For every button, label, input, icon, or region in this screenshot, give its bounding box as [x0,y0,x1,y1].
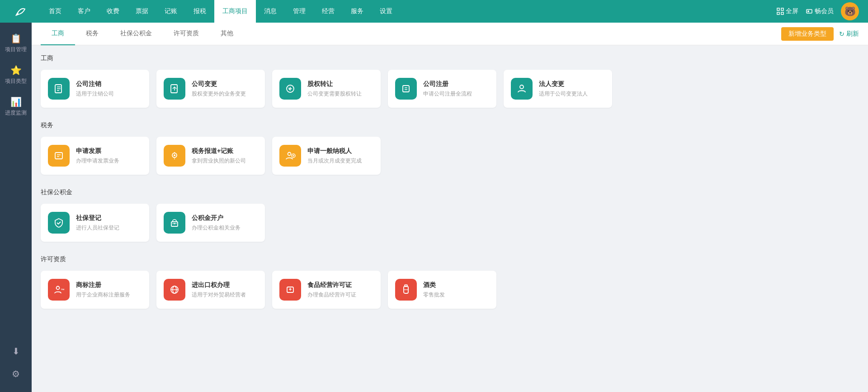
member-button[interactable]: 畅会员 [806,7,834,15]
nav-message[interactable]: 消息 [256,0,285,23]
card-company-cancel[interactable]: 公司注销 适用于注销公司 [41,70,149,108]
card-import-export[interactable]: 进出口权办理 适用于对外贸易经营者 [156,271,265,309]
card-info-apply-invoice: 申请发票 办理申请发票业务 [76,147,119,165]
tab-shebao[interactable]: 社保公积金 [109,23,163,45]
sidebar-settings-icon[interactable]: ⚙ [7,365,25,383]
card-icon-equity-transfer: ¥ [279,78,301,100]
tab-gongshang[interactable]: 工商 [41,23,75,45]
card-title-company-cancel: 公司注销 [76,80,114,88]
card-tax-accounting[interactable]: 税务报道+记账 拿到营业执照的新公司 [156,137,265,175]
svg-rect-42 [405,285,407,287]
mascot-icon: 🐻 [841,2,859,20]
nav-invoice[interactable]: 票据 [127,0,156,23]
nav-customer[interactable]: 客户 [70,0,99,23]
card-liquor[interactable]: 酒类 零售批发 [388,271,496,309]
nav-tax[interactable]: 报税 [185,0,214,23]
sidebar-label-project-manage: 项目管理 [5,46,27,53]
card-food-permit[interactable]: 食品经营许可证 办理食品经营许可证 [272,271,381,309]
top-navigation: 首页 客户 收费 票据 记账 报税 工商项目 消息 管理 经营 服务 设置 全屏… [0,0,868,23]
fullscreen-button[interactable]: 全屏 [777,7,798,15]
card-icon-apply-taxpayer [279,145,301,167]
card-equity-transfer[interactable]: ¥ 股权转让 公司变更需要股权转让 [272,70,381,108]
nav-bizproject[interactable]: 工商项目 [214,0,256,23]
nav-home[interactable]: 首页 [41,0,70,23]
nav-settings[interactable]: 设置 [372,0,401,23]
svg-point-25 [288,153,291,156]
card-title-company-register: 公司注册 [423,80,472,88]
svg-rect-1 [777,8,779,10]
card-info-equity-transfer: 股权转让 公司变更需要股权转让 [307,80,362,98]
nav-fee[interactable]: 收费 [99,0,127,23]
left-sidebar: 📋 项目管理 ⭐ 项目类型 📊 进度监测 ⬇ ⚙ [0,23,32,392]
card-trademark[interactable]: ™ 商标注册 用于企业商标注册服务 [41,271,149,309]
fullscreen-label: 全屏 [786,7,798,15]
card-legal-change[interactable]: 法人变更 适用于公司变更法人 [504,70,612,108]
card-icon-food-permit [279,279,301,301]
nav-manage[interactable]: 管理 [285,0,314,23]
card-icon-company-register [395,78,417,100]
scroll-content[interactable]: 工商 公司注销 适用于注销公司 公司变更 [32,45,868,392]
card-title-housing-fund: 公积金开户 [192,214,241,222]
refresh-label: 刷新 [846,30,859,38]
sidebar-item-progress[interactable]: 📊 进度监测 [0,91,32,122]
card-company-change[interactable]: 公司变更 股权变更外的业务变更 [156,70,265,108]
tab-xuke[interactable]: 许可资质 [163,23,210,45]
card-info-social-insurance: 社保登记 进行人员社保登记 [76,214,119,232]
card-company-register[interactable]: 公司注册 申请公司注册全流程 [388,70,496,108]
card-apply-invoice[interactable]: 申请发票 办理申请发票业务 [41,137,149,175]
card-desc-import-export: 适用于对外贸易经营者 [192,291,246,299]
card-apply-taxpayer[interactable]: 申请一般纳税人 当月或次月成变更完成 [272,137,381,175]
svg-point-6 [807,10,809,12]
svg-point-24 [174,154,175,156]
project-type-icon: ⭐ [10,65,22,76]
card-icon-company-change [164,78,185,100]
tab-other[interactable]: 其他 [210,23,244,45]
nav-service[interactable]: 服务 [343,0,372,23]
card-desc-liquor: 零售批发 [423,291,445,299]
nav-operation[interactable]: 经营 [314,0,343,23]
main-layout: 📋 项目管理 ⭐ 项目类型 📊 进度监测 ⬇ ⚙ 工商 税务 社保公积金 许可资… [0,23,868,392]
nav-items: 首页 客户 收费 票据 记账 报税 工商项目 消息 管理 经营 服务 设置 [41,0,777,23]
card-title-apply-taxpayer: 申请一般纳税人 [307,147,362,155]
card-title-equity-transfer: 股权转让 [307,80,362,88]
sidebar-label-project-type: 项目类型 [5,77,27,85]
tab-shuiwu[interactable]: 税务 [75,23,109,45]
section-title-shuiwu: 税务 [41,121,859,129]
content-area: 工商 税务 社保公积金 许可资质 其他 新增业务类型 ↻ 刷新 工商 [32,23,868,392]
refresh-button[interactable]: ↻ 刷新 [839,30,859,38]
card-title-trademark: 商标注册 [76,281,130,289]
progress-icon: 📊 [10,96,22,107]
card-desc-equity-transfer: 公司变更需要股权转让 [307,90,362,98]
card-info-trademark: 商标注册 用于企业商标注册服务 [76,281,130,299]
svg-point-32 [57,287,60,290]
tab-actions: 新增业务类型 ↻ 刷新 [781,27,859,41]
cards-shebao: 社保登记 进行人员社保登记 公积金开户 办理公积金相关业务 [41,204,859,242]
nav-accounting[interactable]: 记账 [156,0,185,23]
card-info-import-export: 进出口权办理 适用于对外贸易经营者 [192,281,246,299]
svg-point-0 [16,14,18,15]
add-type-button[interactable]: 新增业务类型 [781,27,834,41]
card-title-tax-accounting: 税务报道+记账 [192,147,246,155]
card-desc-company-change: 股权变更外的业务变更 [192,90,246,98]
svg-rect-16 [403,86,409,92]
member-label: 畅会员 [815,7,834,15]
card-desc-company-cancel: 适用于注销公司 [76,90,114,98]
card-icon-liquor [395,279,417,301]
card-info-company-change: 公司变更 股权变更外的业务变更 [192,80,246,98]
sidebar-item-project-manage[interactable]: 📋 项目管理 [0,27,32,59]
section-title-xuke: 许可资质 [41,255,859,263]
card-icon-social-insurance [48,212,70,234]
card-social-insurance[interactable]: 社保登记 进行人员社保登记 [41,204,149,242]
card-title-import-export: 进出口权办理 [192,281,246,289]
sidebar-item-project-type[interactable]: ⭐ 项目类型 [0,59,32,91]
card-housing-fund[interactable]: 公积金开户 办理公积金相关业务 [156,204,265,242]
sidebar-download-icon[interactable]: ⬇ [7,342,25,360]
card-title-apply-invoice: 申请发票 [76,147,119,155]
card-icon-company-cancel [48,78,70,100]
card-title-liquor: 酒类 [423,281,445,289]
card-info-tax-accounting: 税务报道+记账 拿到营业执照的新公司 [192,147,246,165]
card-icon-legal-change [511,78,533,100]
cards-shuiwu: 申请发票 办理申请发票业务 税务报道+记账 拿到营业执照的新公司 [41,137,859,175]
card-info-housing-fund: 公积金开户 办理公积金相关业务 [192,214,241,232]
card-desc-trademark: 用于企业商标注册服务 [76,291,130,299]
